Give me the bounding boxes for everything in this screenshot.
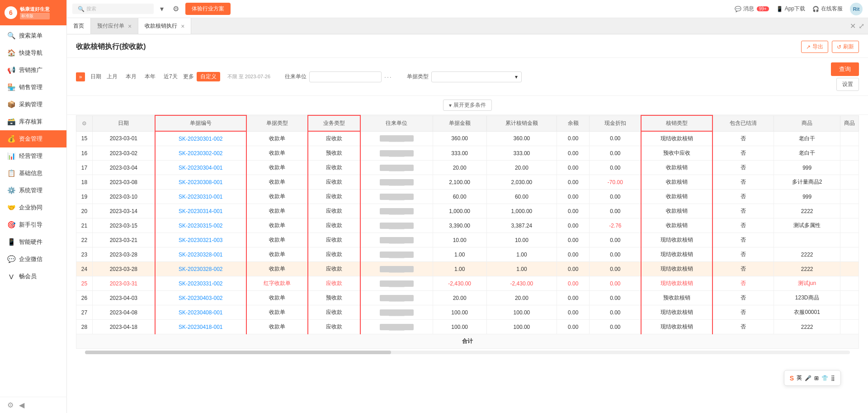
cell-date: 2023-03-10 [93, 190, 155, 204]
cell-id: 27 [76, 305, 93, 320]
filter-date-this-month[interactable]: 本月 [123, 72, 139, 81]
app-download-item[interactable]: 📱 App下载 [776, 5, 805, 13]
tab-receipt[interactable]: 收款核销执行 × [138, 18, 191, 34]
tab-receipt-close[interactable]: × [181, 23, 184, 30]
cell-balance: 0.00 [557, 276, 590, 291]
quick-icon: 🏠 [7, 49, 15, 57]
table-row[interactable]: 19 2023-03-10 SK-20230310-001 收款单 应收款 ██… [76, 190, 859, 204]
cell-partner: ████ [360, 146, 433, 161]
table-row[interactable]: 20 2023-03-14 SK-20230314-001 收款单 应收款 ██… [76, 204, 859, 218]
table-row[interactable]: 23 2023-03-28 SK-20230328-001 收款单 应收款 ██… [76, 247, 859, 262]
tab-prepay[interactable]: 预付应付单 × [91, 18, 138, 34]
filter-date-this-year[interactable]: 本年 [142, 72, 158, 81]
cell-amount: 10.00 [433, 233, 486, 247]
topbar-settings-icon[interactable]: ⚙ [170, 4, 182, 14]
table-row[interactable]: 17 2023-03-04 SK-20230304-001 收款单 应收款 ██… [76, 161, 859, 175]
tab-prepay-close[interactable]: × [128, 23, 132, 30]
voucher-link[interactable]: SK-20230301-002 [179, 136, 222, 142]
table-row[interactable]: 26 2023-04-03 SK-20230403-002 收款单 预收款 ██… [76, 291, 859, 305]
cell-goods: 老白干 [774, 146, 840, 161]
filter-partner-input[interactable] [309, 71, 382, 82]
voucher-link[interactable]: SK-20230403-002 [179, 295, 222, 301]
filter-settings-button[interactable]: 设置 [836, 78, 859, 91]
voucher-link[interactable]: SK-20230304-001 [179, 165, 222, 171]
table-row[interactable]: 28 2023-04-18 SK-20230418-001 收款单 应收款 ██… [76, 320, 859, 334]
settings-bottom-icon[interactable]: ⚙ [7, 401, 14, 409]
sidebar-item-operations[interactable]: 📊经营管理 [0, 147, 66, 165]
filter-collapse-button[interactable]: » [76, 72, 85, 81]
voucher-link[interactable]: SK-20230418-001 [179, 324, 222, 330]
sidebar-item-purchase[interactable]: 📦采购管理 [0, 96, 66, 113]
table-row[interactable]: 25 2023-03-31 SK-20230331-002 红字收款单 应收款 … [76, 276, 859, 291]
cell-balance: 0.00 [557, 131, 590, 146]
tab-expand-icon[interactable]: ⤢ [859, 22, 864, 30]
sidebar-item-guide[interactable]: 🎯新手引导 [0, 216, 66, 233]
topbar-chevron-icon[interactable]: ▾ [157, 4, 166, 14]
sidebar-item-basic[interactable]: 📋基础信息 [0, 165, 66, 182]
sidebar-item-hardware[interactable]: 📱智能硬件 [0, 233, 66, 251]
voucher-link[interactable]: SK-20230408-001 [179, 309, 222, 316]
th-goods2: 商品 [840, 115, 859, 131]
sidebar-item-sales[interactable]: 🏪销售管理 [0, 79, 66, 96]
voucher-link[interactable]: SK-20230321-003 [179, 237, 222, 243]
sidebar-item-finance[interactable]: 💰资金管理 [0, 130, 66, 147]
cell-cash-discount: -70.00 [590, 175, 642, 190]
table-row[interactable]: 22 2023-03-21 SK-20230321-003 收款单 应收款 ██… [76, 233, 859, 247]
cell-voucher-no: SK-20230302-002 [155, 146, 246, 161]
cell-goods: 测试多属性 [774, 218, 840, 233]
export-button[interactable]: ↗ 导出 [801, 41, 828, 53]
filter-date-custom[interactable]: 自定义 [197, 72, 220, 81]
cell-cash-discount: 0.00 [590, 262, 642, 276]
filter-date-last-month[interactable]: 上月 [104, 72, 120, 81]
sidebar-item-marketing[interactable]: 📢营销推广 [0, 62, 66, 79]
voucher-link[interactable]: SK-20230314-001 [179, 208, 222, 214]
table-row[interactable]: 24 2023-03-28 SK-20230328-002 收款单 应收款 ██… [76, 262, 859, 276]
tab-close-all-icon[interactable]: ✕ [850, 22, 856, 30]
table-row[interactable]: 16 2023-03-02 SK-20230302-002 收款单 预收款 ██… [76, 146, 859, 161]
search-placeholder: 搜索 [86, 5, 96, 12]
th-settings[interactable]: ⚙ [76, 115, 93, 131]
cell-biz-type: 应收款 [308, 190, 360, 204]
user-avatar[interactable]: Rit [850, 3, 863, 15]
topbar-search[interactable]: 🔍 搜索 [72, 4, 154, 14]
filter-date-more[interactable]: 更多 [183, 73, 194, 81]
online-service-item[interactable]: 🎧 在线客服 [812, 5, 843, 13]
sidebar-item-quick[interactable]: 🏠快捷导航 [0, 44, 66, 62]
sidebar-item-system[interactable]: ⚙️系统管理 [0, 182, 66, 199]
expand-button[interactable]: ▾ 展开更多条件 [443, 100, 492, 111]
sidebar-item-wechat[interactable]: 💬企业微信 [0, 251, 66, 268]
horizontal-scrollbar[interactable] [85, 351, 850, 354]
cell-cash-discount: 0.00 [590, 233, 642, 247]
table-row[interactable]: 27 2023-04-08 SK-20230408-001 收款单 应收款 ██… [76, 305, 859, 320]
logo-badge: 标准版 [20, 13, 50, 19]
voucher-link[interactable]: SK-20230328-002 [179, 266, 222, 272]
voucher-link[interactable]: SK-20230310-001 [179, 194, 222, 200]
query-button[interactable]: 查询 [831, 62, 859, 76]
filter-date-7days[interactable]: 近7天 [161, 72, 180, 81]
cell-include-settled: 否 [712, 233, 774, 247]
table-row[interactable]: 15 2023-03-01 SK-20230301-002 收款单 应收款 ██… [76, 131, 859, 146]
collapse-icon[interactable]: ◀ [19, 401, 24, 409]
refresh-button[interactable]: ↺ 刷新 [832, 41, 859, 53]
voucher-link[interactable]: SK-20230315-002 [179, 223, 222, 229]
cell-goods2 [840, 190, 859, 204]
filter-voucher-select[interactable]: ▾ [431, 71, 522, 82]
tab-home[interactable]: 首页 [67, 18, 91, 34]
sidebar-item-corp[interactable]: 🤝企业协同 [0, 199, 66, 216]
voucher-link[interactable]: SK-20230331-002 [179, 280, 222, 287]
table-row[interactable]: 18 2023-03-08 SK-20230308-001 收款单 应收款 ██… [76, 175, 859, 190]
cell-accum-cancel: 360.00 [486, 131, 557, 146]
voucher-link[interactable]: SK-20230328-001 [179, 252, 222, 258]
footer-label: 合计 [76, 334, 859, 349]
notification-item[interactable]: 💬 消息 99+ [735, 5, 769, 13]
cell-partner: ████ [360, 218, 433, 233]
voucher-link[interactable]: SK-20230302-002 [179, 150, 222, 157]
cell-cancel-type: 预收款核销 [641, 291, 712, 305]
table-row[interactable]: 21 2023-03-15 SK-20230315-002 收款单 应收款 ██… [76, 218, 859, 233]
sidebar-item-search[interactable]: 🔍搜索菜单 [0, 27, 66, 44]
sidebar-item-inventory[interactable]: 🗃️库存核算 [0, 113, 66, 130]
sidebar-item-member[interactable]: V畅会员 [0, 268, 66, 285]
voucher-link[interactable]: SK-20230308-001 [179, 179, 222, 185]
solution-button[interactable]: 体验行业方案 [185, 3, 231, 15]
cell-voucher-type: 收款单 [246, 218, 308, 233]
